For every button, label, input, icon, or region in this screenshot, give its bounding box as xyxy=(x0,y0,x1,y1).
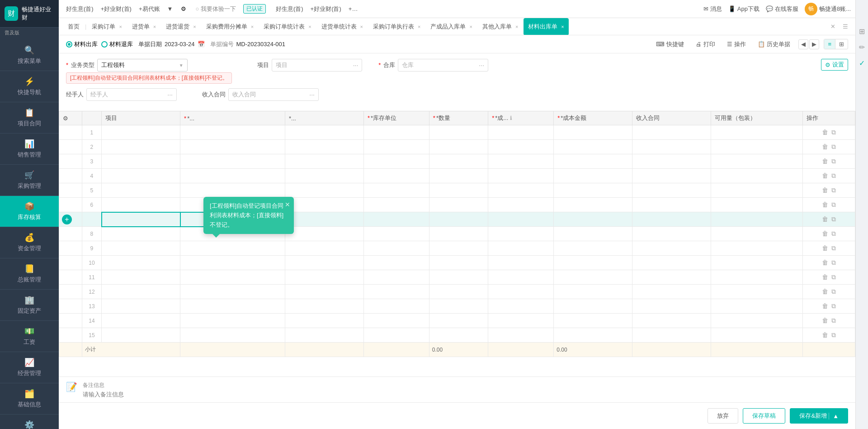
tab-close-other-inbound[interactable]: × xyxy=(515,24,518,29)
sidebar-item-basic[interactable]: 🗂️ 基础信息 xyxy=(0,383,59,415)
sidebar-item-ledger[interactable]: 📒 总账管理 xyxy=(0,258,59,290)
top-header-link-haoyecai[interactable]: +好业财(首) xyxy=(98,5,134,13)
tab-incoming-stats[interactable]: 进货单统计表 × xyxy=(317,18,368,35)
copy-icon[interactable]: ⧉ xyxy=(831,317,836,324)
copy-icon[interactable]: ⧉ xyxy=(831,172,836,179)
tab-close-material-outbound[interactable]: × xyxy=(561,24,564,29)
radio-material-outbound[interactable]: 材料出库 xyxy=(66,40,98,48)
tab-purchase-stats[interactable]: 采购订单统计表 × xyxy=(259,18,316,35)
trial-link[interactable]: ○ 我要体验一下 xyxy=(195,5,236,13)
sidebar-item-system[interactable]: ⚙️ 系统管理 xyxy=(0,415,59,429)
delete-icon[interactable]: 🗑 xyxy=(822,288,828,295)
date-value[interactable]: 2023-03-24 xyxy=(165,41,195,48)
sidebar-item-operations[interactable]: 📈 经营管理 xyxy=(0,352,59,383)
copy-icon[interactable]: ⧉ xyxy=(831,230,836,237)
add-row-btn[interactable]: + xyxy=(62,214,72,224)
sidebar-item-sales[interactable]: 📊 销售管理 xyxy=(0,133,59,165)
settings-btn[interactable]: ⚙ 设置 xyxy=(821,59,848,71)
right-panel-icon-2[interactable]: ✏ xyxy=(859,43,865,52)
copy-icon[interactable]: ⧉ xyxy=(831,129,836,136)
user-info[interactable]: 畅 畅捷通8账... xyxy=(805,3,851,15)
income-contract-input[interactable]: 收入合同 ··· xyxy=(228,88,319,101)
gear-settings-icon[interactable]: ⚙ xyxy=(181,5,186,12)
notes-input[interactable] xyxy=(83,391,848,398)
copy-icon[interactable]: ⧉ xyxy=(831,186,836,194)
copy-icon[interactable]: ⧉ xyxy=(831,288,836,295)
copy-icon[interactable]: ⧉ xyxy=(831,215,836,223)
delete-icon[interactable]: 🗑 xyxy=(822,172,828,179)
shortcut-btn[interactable]: ⌨ 快捷键 xyxy=(652,40,688,48)
delete-icon[interactable]: 🗑 xyxy=(822,143,828,150)
tooltip-close-btn[interactable]: ✕ xyxy=(285,200,290,210)
top-header-link-more[interactable]: +… xyxy=(346,5,361,12)
info-icon[interactable]: ℹ xyxy=(510,115,512,121)
copy-icon[interactable]: ⧉ xyxy=(831,201,836,208)
tab-purchase-order[interactable]: 采购订单 × xyxy=(87,18,126,35)
tab-close-order-exec[interactable]: × xyxy=(418,24,420,29)
tab-return[interactable]: 进货退货 × xyxy=(161,18,200,35)
top-header-link-haoiyi[interactable]: 好生意(首) xyxy=(63,5,96,13)
agent-more-btn[interactable]: ··· xyxy=(167,91,173,98)
warehouse-input[interactable]: 仓库 ··· xyxy=(398,59,488,72)
tab-material-outbound[interactable]: 材料出库单 × xyxy=(524,18,568,35)
right-panel-icon-3[interactable]: ✓ xyxy=(859,59,865,67)
delete-icon[interactable]: 🗑 xyxy=(822,302,828,310)
dropdown-arrow-icon[interactable]: ▲ xyxy=(829,413,839,419)
copy-icon[interactable]: ⧉ xyxy=(831,244,836,252)
tab-close-purchase-order[interactable]: × xyxy=(119,24,122,29)
calendar-icon[interactable]: 📅 xyxy=(198,41,205,48)
delete-icon[interactable]: 🗑 xyxy=(822,129,828,136)
tab-more-btn[interactable]: ☰ xyxy=(840,23,851,30)
delete-icon[interactable]: 🗑 xyxy=(822,201,828,208)
col-settings[interactable]: ⚙ xyxy=(59,111,82,125)
tab-incoming[interactable]: 进货单 × xyxy=(127,18,160,35)
top-header-link-yidaizhang[interactable]: +易代账 xyxy=(136,5,163,13)
warehouse-more-btn[interactable]: ··· xyxy=(479,62,484,69)
sidebar-item-search[interactable]: 🔍 搜索菜单 xyxy=(0,40,59,71)
sidebar-item-project[interactable]: 📋 项目合同 xyxy=(0,102,59,133)
business-type-input[interactable]: 工程领料 ▼ xyxy=(97,59,188,72)
nav-prev[interactable]: ◀ xyxy=(798,39,808,49)
history-btn[interactable]: 📋 历史单据 xyxy=(754,40,794,48)
delete-icon[interactable]: 🗑 xyxy=(822,259,828,266)
view-list[interactable]: ≡ xyxy=(824,39,835,49)
project-more-btn[interactable]: ··· xyxy=(353,62,359,69)
tab-close-incoming[interactable]: × xyxy=(153,24,156,29)
copy-icon[interactable]: ⧉ xyxy=(831,259,836,266)
delete-icon[interactable]: 🗑 xyxy=(822,331,828,338)
app-download-btn[interactable]: 📱 App下载 xyxy=(728,5,760,13)
sidebar-item-quick[interactable]: ⚡ 快捷导航 xyxy=(0,71,59,102)
delete-icon[interactable]: 🗑 xyxy=(822,186,828,194)
tab-purchase-expense[interactable]: 采购费用分摊单 × xyxy=(202,18,258,35)
tab-close-btn[interactable]: ✕ xyxy=(828,23,838,30)
radio-material-return[interactable]: 材料退库 xyxy=(101,40,133,48)
operations-btn[interactable]: ☰ 操作 xyxy=(723,40,750,48)
tab-close-incoming-stats[interactable]: × xyxy=(360,24,363,29)
copy-icon[interactable]: ⧉ xyxy=(831,331,836,338)
tab-close-purchase-stats[interactable]: × xyxy=(308,24,311,29)
save-new-btn[interactable]: 保存&新增 ▲ xyxy=(790,408,848,424)
discard-btn[interactable]: 放弃 xyxy=(708,408,738,424)
sidebar-item-purchase[interactable]: 🛒 采购管理 xyxy=(0,165,59,196)
delete-icon[interactable]: 🗑 xyxy=(822,244,828,252)
project-input[interactable]: 项目 ··· xyxy=(272,59,362,72)
sidebar-item-salary[interactable]: 💵 工资 xyxy=(0,321,59,352)
delete-icon[interactable]: 🗑 xyxy=(822,317,828,324)
tab-close-purchase-expense[interactable]: × xyxy=(251,24,254,29)
copy-icon[interactable]: ⧉ xyxy=(831,273,836,281)
top-header-link-haoyecai2[interactable]: +好业财(首) xyxy=(308,5,344,13)
copy-icon[interactable]: ⧉ xyxy=(831,143,836,150)
tab-order-exec[interactable]: 采购订单执行表 × xyxy=(368,18,425,35)
copy-icon[interactable]: ⧉ xyxy=(831,157,836,165)
save-draft-btn[interactable]: 保存草稿 xyxy=(743,408,785,424)
copy-icon[interactable]: ⧉ xyxy=(831,302,836,310)
sidebar-item-finance[interactable]: 💰 资金管理 xyxy=(0,227,59,258)
sidebar-item-inventory[interactable]: 📦 库存核算 xyxy=(0,196,59,227)
tab-finished-goods[interactable]: 产成品入库单 × xyxy=(426,18,476,35)
tab-other-inbound[interactable]: 其他入库单 × xyxy=(478,18,523,35)
delete-icon[interactable]: 🗑 xyxy=(822,215,828,223)
table-settings-icon[interactable]: ⚙ xyxy=(63,115,68,122)
top-header-link-haoiyi2[interactable]: 好生意(首) xyxy=(273,5,306,13)
agent-input[interactable]: 经手人 ··· xyxy=(86,88,177,101)
right-panel-icon-1[interactable]: ⊞ xyxy=(859,27,865,36)
